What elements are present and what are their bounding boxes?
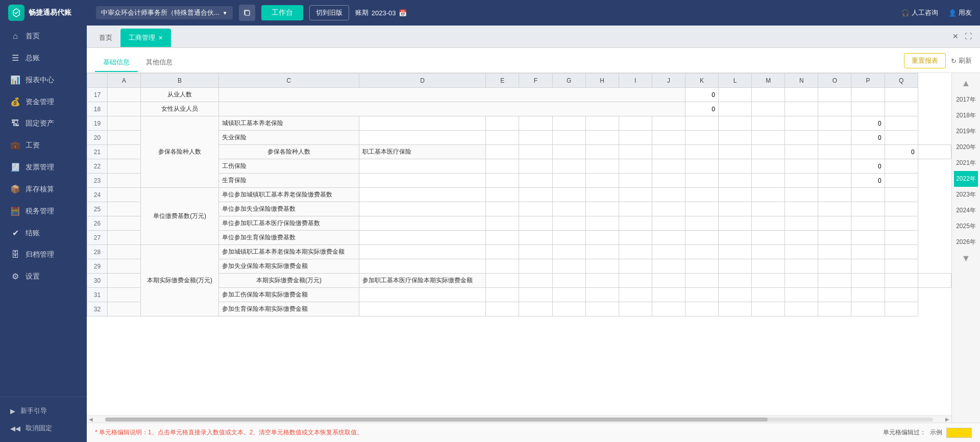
col-q-cell[interactable]	[885, 159, 918, 174]
grid-wrapper[interactable]: A B C D E F G H I J K L	[87, 73, 951, 415]
empty-cell[interactable]	[785, 231, 818, 245]
empty-cell[interactable]	[619, 245, 652, 259]
empty-cell[interactable]	[519, 288, 552, 302]
col-b-cell[interactable]: 女性从业人员	[141, 102, 219, 116]
empty-cell[interactable]	[752, 274, 785, 288]
col-c-cell[interactable]: 单位参加城镇职工基本养老保险缴费基数	[219, 188, 359, 202]
empty-cell[interactable]	[359, 231, 486, 245]
col-a-cell[interactable]	[108, 274, 141, 288]
col-c-cell[interactable]: 参加生育保险本期实际缴费金额	[219, 302, 359, 316]
col-k-cell[interactable]	[685, 174, 718, 188]
year-up-icon[interactable]: ▲	[961, 77, 972, 90]
empty-cell[interactable]	[619, 231, 652, 245]
empty-cell[interactable]	[652, 274, 685, 288]
col-c-cell[interactable]: 职工基本医疗保险	[359, 145, 486, 159]
empty-cell[interactable]	[752, 259, 785, 274]
empty-cell[interactable]	[652, 202, 685, 216]
empty-cell[interactable]	[619, 202, 652, 216]
empty-cell[interactable]	[818, 174, 851, 188]
empty-cell[interactable]	[552, 216, 585, 231]
h-scroll-thumb[interactable]	[105, 418, 768, 422]
sidebar-item-settings[interactable]: ⚙ 设置	[0, 265, 87, 287]
empty-cell[interactable]	[652, 131, 685, 145]
empty-cell[interactable]	[486, 131, 519, 145]
col-b-cell[interactable]: 本期实际缴费金额(万元)	[219, 274, 359, 288]
sidebar-item-tax[interactable]: 🧮 税务管理	[0, 200, 87, 222]
col-a-cell[interactable]	[108, 145, 141, 159]
empty-cell[interactable]	[486, 259, 519, 274]
col-c-cell[interactable]: 失业保险	[219, 131, 359, 145]
col-p-cell[interactable]	[851, 88, 885, 102]
col-q-cell[interactable]	[885, 216, 918, 231]
col-a-cell[interactable]	[108, 159, 141, 174]
empty-cell[interactable]	[752, 102, 785, 116]
empty-cell[interactable]	[652, 259, 685, 274]
col-p-cell[interactable]: 0	[851, 159, 885, 174]
col-p-cell[interactable]: 0	[851, 116, 885, 131]
col-b-cell[interactable]: 参保各险种人数	[141, 116, 219, 188]
empty-cell[interactable]	[519, 131, 552, 145]
empty-cell[interactable]	[519, 202, 552, 216]
empty-cell[interactable]	[719, 202, 752, 216]
empty-cell[interactable]	[552, 202, 585, 216]
empty-cell[interactable]	[486, 274, 519, 288]
col-q-cell[interactable]	[885, 174, 918, 188]
empty-cell[interactable]	[818, 288, 851, 302]
empty-cell[interactable]	[585, 245, 619, 259]
sidebar-item-home[interactable]: ⌂ 首页	[0, 26, 87, 47]
empty-cell[interactable]	[719, 159, 752, 174]
sub-tab-other-info[interactable]: 其他信息	[138, 54, 181, 72]
empty-cell[interactable]	[519, 302, 552, 316]
col-a-cell[interactable]	[108, 231, 141, 245]
empty-cell[interactable]	[619, 259, 652, 274]
empty-cell[interactable]	[519, 116, 552, 131]
empty-cell[interactable]	[486, 302, 519, 316]
empty-cell[interactable]	[851, 145, 885, 159]
empty-cell[interactable]	[619, 116, 652, 131]
empty-cell[interactable]	[552, 188, 585, 202]
empty-cell[interactable]	[752, 216, 785, 231]
empty-cell[interactable]	[585, 259, 619, 274]
empty-cell[interactable]	[359, 302, 486, 316]
empty-cell[interactable]	[652, 188, 685, 202]
empty-cell[interactable]	[752, 188, 785, 202]
tab-close-icon[interactable]: ✕	[158, 35, 163, 41]
empty-cell[interactable]	[785, 274, 818, 288]
year-item[interactable]: 2023年	[954, 187, 978, 203]
col-q-cell[interactable]	[885, 302, 918, 316]
empty-cell[interactable]	[359, 188, 486, 202]
empty-cell[interactable]	[486, 145, 519, 159]
col-q-cell[interactable]	[885, 288, 918, 302]
col-q-cell[interactable]	[885, 202, 918, 216]
empty-cell[interactable]	[818, 102, 851, 116]
empty-cell[interactable]	[519, 174, 552, 188]
workbench-button[interactable]: 工作台	[261, 5, 303, 20]
col-a-cell[interactable]	[108, 88, 141, 102]
empty-cell[interactable]	[652, 302, 685, 316]
empty-cell[interactable]	[585, 288, 619, 302]
col-b-cell[interactable]: 从业人数	[141, 88, 219, 102]
empty-cell[interactable]	[359, 202, 486, 216]
empty-cell[interactable]	[652, 174, 685, 188]
col-k-cell[interactable]	[685, 159, 718, 174]
empty-cell[interactable]	[585, 216, 619, 231]
empty-cell[interactable]	[818, 159, 851, 174]
col-a-cell[interactable]	[108, 245, 141, 259]
empty-cell[interactable]	[719, 188, 752, 202]
empty-cell[interactable]	[359, 174, 486, 188]
col-k-cell[interactable]: 0	[685, 102, 718, 116]
year-item[interactable]: 2020年	[954, 139, 978, 155]
guide-item[interactable]: ▶ 新手引导	[0, 402, 87, 420]
col-q-cell[interactable]	[918, 274, 951, 288]
col-a-cell[interactable]	[108, 302, 141, 316]
empty-cell[interactable]	[752, 159, 785, 174]
empty-cell[interactable]	[552, 145, 585, 159]
col-a-cell[interactable]	[108, 131, 141, 145]
empty-cell[interactable]	[818, 302, 851, 316]
empty-cell[interactable]	[486, 174, 519, 188]
empty-cell[interactable]	[719, 174, 752, 188]
year-item[interactable]: 2026年	[954, 234, 978, 250]
col-c-cell[interactable]: 生育保险	[219, 174, 359, 188]
sidebar-item-settle[interactable]: ✔ 结账	[0, 222, 87, 244]
empty-cell[interactable]	[785, 131, 818, 145]
